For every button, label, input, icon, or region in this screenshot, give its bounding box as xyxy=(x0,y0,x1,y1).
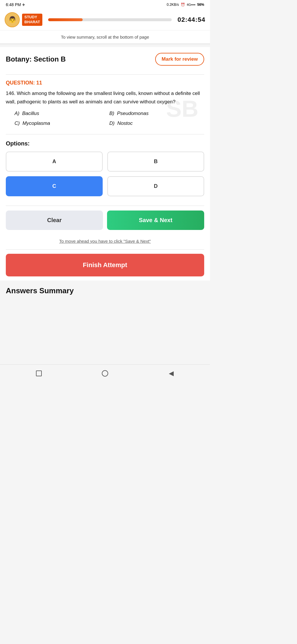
options-grid: A B C D xyxy=(6,152,204,199)
question-options-inline: A) Bacillus B) Pseudomonas C) Mycoplasma… xyxy=(6,109,204,128)
section-header-row: Botany: Section B Mark for review xyxy=(6,53,204,69)
square-icon xyxy=(36,370,42,376)
nav-square-button[interactable] xyxy=(35,369,43,377)
main-content: Botany: Section B Mark for review QUESTI… xyxy=(0,47,210,280)
nav-back-button[interactable]: ◀ xyxy=(167,369,175,377)
inline-option-b: B) Pseudomonas xyxy=(109,109,204,118)
network-speed: 0.2KB/s xyxy=(167,3,179,7)
option-button-c[interactable]: C xyxy=(6,176,103,196)
status-time: 6:48 PM ✈ xyxy=(6,2,25,7)
divider-options xyxy=(6,134,204,134)
mark-review-button[interactable]: Mark for review xyxy=(155,53,204,66)
circle-icon xyxy=(102,370,108,377)
location-icon: ✈ xyxy=(22,3,25,7)
logo-avatar: 👨 xyxy=(5,12,20,27)
status-bar: 6:48 PM ✈ 0.2KB/s ⏰ 4G▪▪▪▪ 56% xyxy=(0,0,210,9)
progress-bar-fill xyxy=(48,18,83,21)
time-display: 6:48 PM xyxy=(6,2,21,7)
section-title: Botany: Section B xyxy=(6,55,66,63)
answers-summary-section: Answers Summary xyxy=(0,280,210,364)
option-button-a[interactable]: A xyxy=(6,152,103,172)
option-button-b[interactable]: B xyxy=(107,152,204,172)
logo-container: 👨 STUDY BHARAT xyxy=(5,12,42,27)
inline-option-d: D) Nostoc xyxy=(109,118,204,128)
option-button-d[interactable]: D xyxy=(107,176,204,196)
options-label: Options: xyxy=(6,140,204,147)
options-section: Options: A B C D xyxy=(6,140,204,199)
question-label: QUESTION: 11 xyxy=(6,80,204,86)
inline-option-c: C) Mycoplasma xyxy=(15,118,109,128)
divider-section xyxy=(6,74,204,75)
summary-hint: To view summary, scroll at the bottom of… xyxy=(0,30,210,44)
finish-attempt-button[interactable]: Finish Attempt xyxy=(6,254,204,276)
inline-option-a: A) Bacillus xyxy=(15,109,109,118)
status-right: 0.2KB/s ⏰ 4G▪▪▪▪ 56% xyxy=(167,3,204,7)
app-header: 👨 STUDY BHARAT 02:44:54 xyxy=(0,9,210,30)
question-text: 146. Which among the following are the s… xyxy=(6,89,204,106)
answers-summary-content xyxy=(6,298,204,356)
question-label-wrapper: QUESTION: 11 xyxy=(6,80,204,86)
finish-attempt-section: Finish Attempt xyxy=(6,250,204,280)
bottom-nav: ◀ xyxy=(0,364,210,384)
signal-icons: 4G▪▪▪▪ xyxy=(187,3,195,6)
move-ahead-hint: To move ahead you have to click "Save & … xyxy=(6,235,204,249)
question-block: 146. Which among the following are the s… xyxy=(6,89,204,128)
save-next-button[interactable]: Save & Next xyxy=(107,211,204,230)
clear-button[interactable]: Clear xyxy=(6,211,103,230)
action-buttons: Clear Save & Next xyxy=(6,206,204,235)
logo-text: STUDY BHARAT xyxy=(22,14,42,26)
clock-icon: ⏰ xyxy=(181,3,185,7)
timer-display: 02:44:54 xyxy=(178,16,205,24)
back-arrow-icon: ◀ xyxy=(169,370,174,377)
nav-circle-button[interactable] xyxy=(101,369,109,377)
battery-display: 56% xyxy=(197,3,204,7)
answers-summary-title: Answers Summary xyxy=(6,286,204,295)
divider-top xyxy=(0,44,210,44)
progress-bar-container xyxy=(48,18,172,21)
